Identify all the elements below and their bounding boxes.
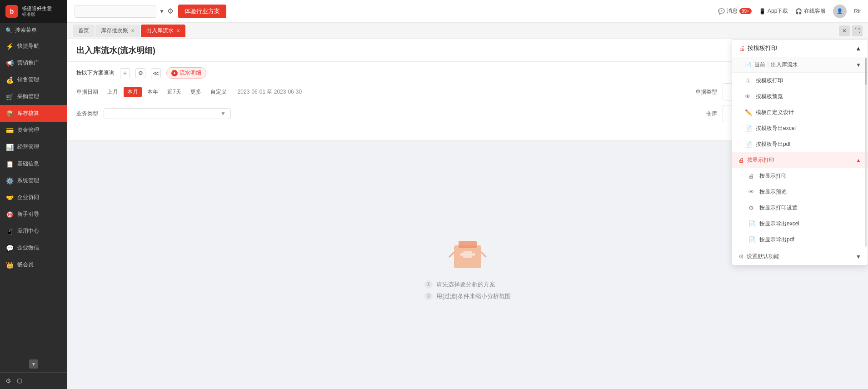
date-btn-this-month[interactable]: 本月 (124, 87, 142, 97)
sidebar-item-marketing[interactable]: 📢 营销推广 (0, 55, 67, 71)
dropdown-item-display-preview[interactable]: 👁 按显示预览 (732, 184, 868, 200)
tab-batch-account[interactable]: 库存批次账 ✕ (95, 25, 140, 37)
sidebar-item-app-center[interactable]: 📱 应用中心 (0, 223, 67, 239)
date-btn-this-year[interactable]: 本年 (144, 87, 162, 97)
app-download-label: App下载 (768, 7, 788, 15)
dropdown-scrollbar[interactable] (865, 58, 867, 247)
filter-collapse-button[interactable]: ≪ (151, 68, 161, 78)
sales-icon: 💰 (5, 76, 14, 84)
sidebar-item-label: 销售管理 (17, 76, 39, 84)
filter-query-label: 按以下方案查询 (76, 69, 115, 77)
sidebar-item-label: 基础信息 (17, 160, 39, 168)
dropdown-item-template-pdf[interactable]: 📄 按模板导出pdf (732, 136, 868, 152)
sidebar-item-label: 经营管理 (17, 143, 39, 151)
topbar-search-input[interactable] (75, 5, 156, 18)
dropdown-item-template-print[interactable]: 🖨 按模板打印 (732, 73, 868, 89)
dropdown-display-section-header[interactable]: 🖨 按显示打印 ▲ (732, 152, 868, 168)
filter-settings-button[interactable]: ⚙ (135, 68, 145, 78)
user-avatar[interactable]: 👤 (833, 5, 847, 18)
sidebar-item-inventory[interactable]: 📦 库存核算 (0, 105, 67, 122)
app-subtitle: 标准版 (22, 11, 52, 18)
display-preview-icon: 👁 (748, 189, 756, 195)
sidebar-item-operations[interactable]: 📊 经营管理 (0, 139, 67, 155)
sidebar-item-sales[interactable]: 💰 销售管理 (0, 71, 67, 88)
template-print-dropdown: 🖨 按模板打印 ▲ 📄 当前：出入库流水 ▼ 🖨 按模板打印 👁 (732, 39, 868, 265)
template-pdf-icon: 📄 (745, 141, 752, 148)
display-pdf-label: 按显示导出pdf (759, 236, 794, 244)
sidebar-item-quick-nav[interactable]: ⚡ 快捷导航 (0, 38, 67, 55)
tab-inventory-flow[interactable]: 出入库流水 ✕ (141, 25, 185, 37)
sidebar-scroll-down[interactable]: ▼ (29, 359, 38, 369)
operations-icon: 📊 (5, 144, 14, 151)
filter-chip-label: 流水明细 (180, 69, 201, 77)
display-pdf-icon: 📄 (748, 236, 756, 243)
topbar-right: 💬 消息 99+ 📱 App下载 🎧 在线客服 👤 Rit (718, 5, 861, 18)
sidebar-item-system[interactable]: ⚙️ 系统管理 (0, 172, 67, 189)
topbar-gear-icon[interactable]: ⚙ (167, 7, 174, 15)
dropdown-item-template-design[interactable]: ✏️ 模板自定义设计 (732, 105, 868, 120)
topbar-chevron-icon[interactable]: ▼ (159, 8, 165, 15)
date-btn-last-month[interactable]: 上月 (104, 87, 122, 97)
template-excel-label: 按模板导出excel (756, 125, 796, 132)
tab-inventory-flow-label: 出入库流水 (146, 27, 174, 35)
display-settings-label: 按显示打印设置 (759, 204, 798, 212)
step-2-text: 用[过滤]条件来缩小分析范围 (436, 292, 510, 300)
date-btn-last-7days[interactable]: 近7天 (164, 87, 185, 97)
current-template-text: 当前：出入库流水 (754, 61, 798, 69)
empty-step-2: ② 用[过滤]条件来缩小分析范围 (424, 292, 510, 300)
sidebar-item-wechat[interactable]: 💬 企业微信 (0, 239, 67, 256)
tab-home[interactable]: 首页 (73, 25, 95, 37)
date-quick-btns: 上月 本月 本年 近7天 更多 自定义 (104, 87, 230, 97)
expand-bottom-icon[interactable]: ⬡ (17, 377, 22, 384)
sidebar-item-finance[interactable]: 💳 资金管理 (0, 122, 67, 139)
dropdown-item-display-print[interactable]: 🖨 按显示打印 (732, 168, 868, 184)
sidebar-item-label: 库存核算 (17, 110, 39, 117)
doc-type-label: 单据类型 (695, 88, 717, 96)
sidebar-item-guide[interactable]: 🎯 新手引导 (0, 206, 67, 223)
filter-chip-icon: ● (171, 70, 178, 76)
dropdown-template-section-header[interactable]: 🖨 按模板打印 ▲ (732, 40, 868, 57)
sidebar-item-purchase[interactable]: 🛒 采购管理 (0, 88, 67, 105)
topbar-search-area: ▼ ⚙ (75, 5, 174, 18)
sidebar-item-label: 营销推广 (17, 59, 39, 67)
date-btn-custom[interactable]: 自定义 (207, 87, 230, 97)
tab-home-label: 首页 (78, 27, 89, 35)
display-settings-icon: ⚙ (748, 204, 756, 211)
tab-batch-account-close[interactable]: ✕ (131, 28, 135, 33)
tabbar: 首页 库存批次账 ✕ 出入库流水 ✕ ✕ ⛶ (67, 23, 868, 39)
dropdown-item-display-pdf[interactable]: 📄 按显示导出pdf (732, 232, 868, 248)
online-service-button[interactable]: 🎧 在线客服 (795, 7, 826, 15)
tab-expand-button[interactable]: ⛶ (852, 25, 863, 36)
template-preview-icon: 👁 (745, 93, 752, 100)
messages-button[interactable]: 💬 消息 99+ (718, 7, 752, 15)
filter-chip-liushui[interactable]: ● 流水明细 (166, 67, 206, 79)
dropdown-item-template-preview[interactable]: 👁 按模板预览 (732, 89, 868, 105)
sidebar-item-label: 系统管理 (17, 177, 39, 185)
sidebar-nav: ⚡ 快捷导航 📢 营销推广 💰 销售管理 🛒 采购管理 📦 库存核算 💳 资金管… (0, 38, 67, 358)
inventory-icon: 📦 (5, 110, 14, 117)
tab-inventory-flow-close[interactable]: ✕ (176, 28, 180, 33)
template-pdf-label: 按模板导出pdf (756, 140, 791, 148)
sidebar-item-label: 新手引导 (17, 210, 39, 218)
username-label[interactable]: Rit (854, 8, 861, 15)
app-download-button[interactable]: 📱 App下载 (759, 7, 788, 15)
sidebar-item-member[interactable]: 👑 畅会员 (0, 256, 67, 273)
dropdown-item-template-excel[interactable]: 📄 按模板导出excel (732, 120, 868, 136)
business-type-select[interactable]: ▼ (104, 108, 231, 119)
logo-icon: b (5, 5, 18, 18)
dropdown-item-display-excel[interactable]: 📄 按显示导出excel (732, 216, 868, 232)
filter-add-button[interactable]: ＋ (120, 68, 130, 78)
dropdown-current-template[interactable]: 📄 当前：出入库流水 ▼ (732, 57, 868, 73)
tab-close-all-button[interactable]: ✕ (839, 25, 850, 36)
settings-bottom-icon[interactable]: ⚙ (5, 377, 11, 384)
dropdown-scroll-thumb (865, 58, 867, 85)
warehouse-label: 仓库 (706, 110, 717, 118)
sidebar-item-basic-info[interactable]: 📋 基础信息 (0, 155, 67, 172)
sidebar-item-enterprise[interactable]: 🤝 企业协同 (0, 189, 67, 206)
sidebar-search[interactable]: 🔍 搜索菜单 (0, 23, 67, 38)
date-btn-more[interactable]: 更多 (187, 87, 205, 97)
dropdown-footer[interactable]: ⚙ 设置默认功能 ▼ (732, 248, 868, 265)
current-template-icon: 📄 (745, 62, 752, 68)
dropdown-item-display-settings[interactable]: ⚙ 按显示打印设置 (732, 200, 868, 216)
industry-solution-button[interactable]: 体验行业方案 (178, 5, 226, 18)
